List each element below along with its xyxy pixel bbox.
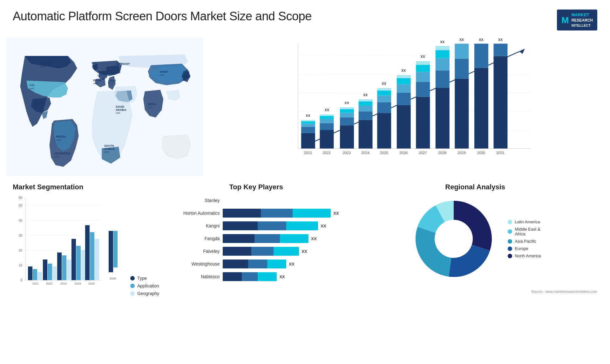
bar-2023-seg4 (340, 109, 354, 113)
page-header: Automatic Platform Screen Doors Market S… (0, 0, 610, 34)
players-section: Top Key Players Stanley Horton Automatic… (169, 183, 343, 348)
bar-2022-seg3 (320, 119, 334, 123)
south-africa-label2: AFRICA (104, 147, 115, 151)
svg-text:2023: 2023 (60, 282, 67, 285)
bar-2030-seg2 (474, 44, 488, 68)
bar-chart-svg: XX XX XX XX (216, 37, 597, 170)
bar-2021-seg1 (301, 133, 315, 149)
regional-section: Regional Analysis (353, 183, 597, 348)
player-row-horton: Horton Automatics XX (169, 209, 343, 218)
france-label: FRANCE (97, 71, 109, 74)
svg-text:2023: 2023 (342, 151, 351, 155)
player-name-kangni: Kangni (169, 223, 220, 228)
canada-value: xx% (40, 65, 45, 68)
player-row-kangni: Kangni XX (169, 221, 343, 230)
svg-rect-56 (67, 260, 71, 280)
legend-type-label: Type (137, 276, 147, 281)
player-name-stanley: Stanley (169, 198, 220, 203)
player-value-westinghouse: XX (289, 262, 294, 266)
svg-text:XX: XX (363, 93, 368, 97)
japan-value: xx% (181, 78, 186, 81)
player-value-nabtesco: XX (279, 274, 285, 279)
svg-text:2021: 2021 (32, 282, 39, 285)
svg-rect-55 (62, 255, 66, 280)
uk-label: U.K. (92, 62, 97, 65)
players-title: Top Key Players (169, 183, 343, 191)
player-bar-container-kangni: XX (223, 221, 343, 230)
segmentation-chart: 0 10 20 30 40 50 60 2021 (13, 194, 102, 296)
svg-rect-51 (48, 264, 52, 280)
svg-text:XX: XX (306, 114, 310, 118)
mexico-label: MEXICO (33, 101, 44, 104)
bar-2028-seg3 (436, 58, 450, 71)
donut-legend: Latin America Middle East &Africa Asia P… (508, 219, 541, 258)
canada-label: CANADA (40, 62, 52, 65)
bar-2025-seg4 (377, 91, 391, 96)
india-label: INDIA (148, 103, 156, 106)
legend-label-mea: Middle East &Africa (515, 227, 540, 236)
player-row-stanley: Stanley (169, 196, 343, 205)
bar-2027-seg1 (416, 97, 430, 149)
bar-2024-seg2 (359, 111, 373, 120)
svg-rect-52 (52, 266, 57, 280)
bar-2029-seg2 (455, 59, 469, 79)
bar-2024-seg4 (359, 102, 373, 106)
player-row-nabtesco: Nabtesco XX (169, 272, 343, 281)
svg-text:XX: XX (382, 82, 387, 86)
bar-2021-seg5 (301, 120, 315, 121)
legend-label-asia-pacific: Asia Pacific (515, 239, 536, 244)
svg-rect-54 (57, 253, 62, 280)
mexico-value: xx% (33, 104, 38, 107)
legend-dot-europe (508, 246, 512, 251)
saudi-value: xx% (116, 112, 120, 115)
legend-latin-america: Latin America (508, 219, 541, 224)
bar-2022-seg2 (320, 123, 334, 130)
players-list: Stanley Horton Automatics XX (169, 196, 343, 281)
player-bar-container-westinghouse: XX (223, 260, 343, 268)
player-value-faiveley: XX (302, 249, 307, 254)
svg-text:2027: 2027 (419, 151, 427, 155)
uk-value: xx% (92, 65, 96, 68)
south-africa-label: SOUTH (104, 144, 114, 147)
player-name-nabtesco: Nabtesco (169, 274, 220, 279)
logo-text: MARKET RESEARCH INTELLECT (572, 12, 593, 28)
bar-2028-seg2 (436, 71, 450, 88)
legend-asia-pacific: Asia Pacific (508, 239, 541, 244)
player-name-faiveley: Faiveley (169, 249, 220, 254)
legend-geography-label: Geography (137, 291, 159, 296)
player-bar-container-horton: XX (223, 209, 343, 218)
svg-rect-63 (90, 232, 94, 280)
logo-area: M MARKET RESEARCH INTELLECT (557, 10, 597, 30)
donut-container: Latin America Middle East &Africa Asia P… (353, 194, 597, 283)
bottom-section: Market Segmentation 0 10 20 30 40 50 60 (0, 180, 610, 348)
svg-text:2025: 2025 (380, 151, 389, 155)
bar-2022-seg1 (320, 130, 334, 149)
bar-2021-seg4 (301, 121, 315, 124)
segmentation-section: Market Segmentation 0 10 20 30 40 50 60 (13, 183, 159, 348)
saudi-label2: ARABIA (116, 108, 127, 111)
bar-2025-seg2 (377, 102, 391, 113)
japan-label: JAPAN (181, 75, 190, 78)
bar-2027-seg5 (416, 61, 430, 65)
segmentation-title: Market Segmentation (13, 183, 159, 191)
svg-text:XX: XX (325, 108, 329, 112)
player-row-westinghouse: Westinghouse XX (169, 260, 343, 268)
legend-type-dot (130, 276, 135, 280)
india-value: xx% (148, 106, 153, 109)
svg-rect-48 (37, 272, 42, 280)
bar-2027-seg2 (416, 82, 430, 97)
france-value: xx% (97, 74, 102, 77)
donut-chart-svg (409, 194, 498, 283)
player-bar-container-nabtesco: XX (223, 272, 343, 281)
bar-2026-seg4 (397, 78, 411, 84)
player-row-fangda: Fangda XX (169, 234, 343, 243)
svg-rect-59 (76, 246, 81, 280)
svg-text:60: 60 (19, 196, 23, 199)
legend-europe: Europe (508, 246, 541, 251)
bar-2027-seg4 (416, 65, 430, 72)
svg-rect-47 (33, 269, 37, 280)
svg-text:30: 30 (19, 234, 23, 237)
svg-text:2022: 2022 (46, 282, 52, 285)
svg-rect-60 (81, 250, 85, 280)
bar-2026-seg2 (397, 93, 411, 105)
